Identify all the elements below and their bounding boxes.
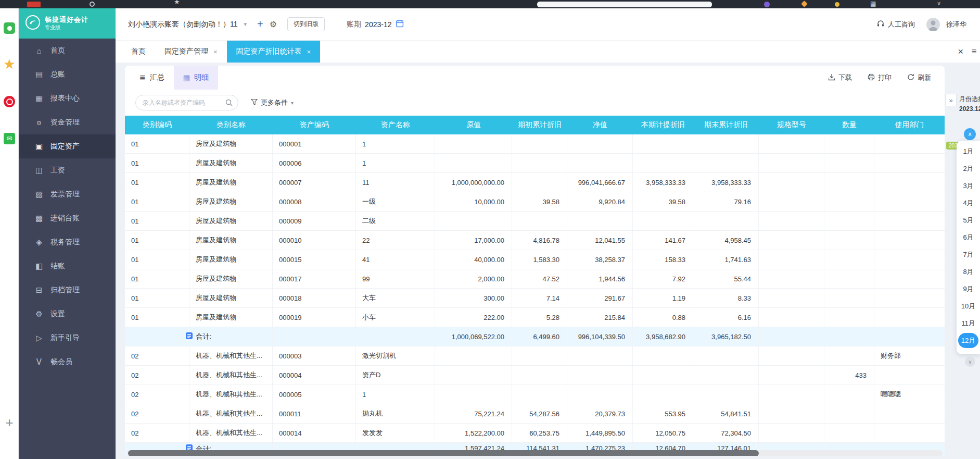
table-row[interactable]: 01房屋及建筑物000018大车300.007.14291.671.198.33 <box>125 289 945 308</box>
tab-固定资产折旧统计表[interactable]: 固定资产折旧统计表× <box>227 41 321 63</box>
favorites-star-icon[interactable]: ★ <box>4 58 15 70</box>
table-row[interactable]: 01房屋及建筑物000009二级 <box>125 212 945 231</box>
sidebar-item-member[interactable]: Ⅴ畅会员 <box>19 350 116 374</box>
cell-原值: 10,000.00 <box>435 192 512 211</box>
table-row[interactable]: 01房屋及建筑物0000154140,000.001,583.3038,258.… <box>125 250 945 269</box>
sidebar-item-payroll[interactable]: ◫工资 <box>19 158 116 182</box>
green-app-icon[interactable] <box>4 22 15 34</box>
cell-净值: 996,104,339.50 <box>567 327 633 346</box>
close-icon[interactable]: × <box>307 48 311 56</box>
table-row[interactable]: 02机器、机械和其他生...000003激光切割机财务部 <box>125 346 945 366</box>
cell-净值: 9,920.84 <box>567 192 633 211</box>
sidebar-item-funds[interactable]: ¤资金管理 <box>19 110 116 134</box>
sidebar-item-settings[interactable]: ⚙设置 <box>19 302 116 326</box>
cell-使用部门 <box>874 212 945 230</box>
cell-原值 <box>435 366 512 384</box>
avatar[interactable] <box>926 18 940 31</box>
bookmark-star-icon[interactable]: ★ <box>174 0 180 6</box>
table-row[interactable]: 01房屋及建筑物000008一级10,000.0039.589,920.8439… <box>125 192 945 212</box>
month-4月[interactable]: 4月 <box>957 194 980 212</box>
month-8月[interactable]: 8月 <box>957 263 980 280</box>
more-filters-button[interactable]: 更多条件 ▾ <box>251 98 294 107</box>
table-row[interactable]: 01房屋及建筑物0000061 <box>125 154 945 173</box>
account-name[interactable]: 刘小艳演示账套（勿删勿动！）11 <box>128 20 238 29</box>
sidebar: 畅捷通好会计 专业版 ⌂首页▤总账▦报表中心¤资金管理▣固定资产◫工资▨发票管理… <box>19 8 116 459</box>
sidebar-item-report-center[interactable]: ▦报表中心 <box>19 86 116 110</box>
sidebar-item-purchase-sales[interactable]: ▩进销台账 <box>19 206 116 230</box>
sidebar-item-guide[interactable]: ▷新手引导 <box>19 326 116 350</box>
cell-数量: 433 <box>824 366 874 384</box>
table-row[interactable]: 01房屋及建筑物000017992,000.0047.521,944.567.9… <box>125 269 945 289</box>
table-row[interactable]: 01房屋及建筑物000019小车222.005.28215.840.886.16 <box>125 308 945 327</box>
sidebar-item-general-ledger[interactable]: ▤总账 <box>19 63 116 86</box>
sidebar-item-archive[interactable]: ⊟归档管理 <box>19 278 116 302</box>
table-row[interactable]: 02机器、机械和其他生...000011抛丸机75,221.2454,287.5… <box>125 404 945 424</box>
apps-grid-icon[interactable]: ▦ <box>870 0 876 7</box>
sidebar-item-tax[interactable]: ◈税务管理 <box>19 230 116 254</box>
search-input[interactable] <box>143 99 222 106</box>
print-button[interactable]: 打印 <box>868 73 892 82</box>
table-row[interactable]: 01房屋及建筑物000007111,000,000,000.00996,041,… <box>125 173 945 192</box>
subtab-detail[interactable]: ▦明细 <box>174 66 218 90</box>
subtab-summary[interactable]: ≣汇总 <box>130 66 174 90</box>
add-account-button[interactable]: + <box>257 18 263 30</box>
horizontal-scrollbar-thumb[interactable] <box>128 450 759 456</box>
month-7月[interactable]: 7月 <box>957 246 980 263</box>
close-icon[interactable]: × <box>213 48 218 56</box>
switch-old-version-button[interactable]: 切到旧版 <box>287 17 325 31</box>
table-row[interactable]: 02机器、机械和其他生...0000051嗯嗯嗯 <box>125 385 945 404</box>
cell-资产编码: 000009 <box>273 212 356 230</box>
cell-资产编码: 000014 <box>273 424 356 442</box>
sidebar-item-fixed-assets[interactable]: ▣固定资产 <box>19 134 116 158</box>
mail-icon[interactable]: ✉ <box>4 133 15 144</box>
ring-icon[interactable] <box>90 2 95 7</box>
month-12月[interactable]: 12月 <box>958 333 978 348</box>
expand-panel-icon[interactable]: » <box>945 94 957 106</box>
user-name[interactable]: 徐泽华 <box>946 20 966 29</box>
month-9月[interactable]: 9月 <box>957 280 980 297</box>
month-3月[interactable]: 3月 <box>957 177 980 194</box>
month-10月[interactable]: 10月 <box>957 297 980 315</box>
horizontal-scrollbar-track[interactable] <box>127 450 943 456</box>
tab-menu-icon[interactable]: ≡ <box>972 47 977 56</box>
weibo-icon[interactable] <box>4 96 15 107</box>
table-row[interactable]: 01房屋及建筑物0000011 <box>125 134 945 154</box>
tab-固定资产管理[interactable]: 固定资产管理× <box>155 41 227 63</box>
tab-red-icon[interactable] <box>27 2 41 7</box>
chevron-down-icon[interactable]: ▾ <box>244 21 247 28</box>
subtotal-row[interactable]: 合计:1,000,069,522.006,499.60996,104,339.5… <box>125 327 945 346</box>
support-link[interactable]: 人工咨询 <box>876 19 915 29</box>
cell-净值 <box>567 346 633 365</box>
close-icon[interactable]: × <box>958 46 963 57</box>
table-row[interactable]: 01房屋及建筑物0000102217,000.004,816.7812,041.… <box>125 231 945 250</box>
cell-类别名称: 房屋及建筑物 <box>189 192 273 211</box>
calendar-icon[interactable] <box>396 19 404 30</box>
cell-类别名称: 房屋及建筑物 <box>189 173 273 192</box>
tab-首页[interactable]: 首页 <box>122 41 155 63</box>
month-1月[interactable]: 1月 <box>957 143 980 160</box>
sidebar-item-closing[interactable]: ◧结账 <box>19 254 116 278</box>
refresh-button[interactable]: 刷新 <box>907 73 931 82</box>
download-button[interactable]: 下载 <box>828 73 852 82</box>
month-6月[interactable]: 6月 <box>957 229 980 246</box>
cell-类别名称: 房屋及建筑物 <box>189 289 273 307</box>
profile-dot-icon[interactable] <box>764 2 770 7</box>
table-row[interactable]: 02机器、机械和其他生...000014发发发1,522,200.0060,25… <box>125 424 945 443</box>
rewards-diamond-icon[interactable] <box>801 1 808 7</box>
month-5月[interactable]: 5月 <box>957 212 980 229</box>
sidebar-item-invoice[interactable]: ▨发票管理 <box>19 182 116 206</box>
scroll-down-icon[interactable]: ∨ <box>965 356 975 367</box>
month-11月[interactable]: 11月 <box>957 315 980 332</box>
search-icon[interactable] <box>225 99 233 108</box>
table-row[interactable]: 02机器、机械和其他生...000004资产D433 <box>125 366 945 385</box>
sidebar-item-home[interactable]: ⌂首页 <box>19 39 116 63</box>
url-bar[interactable] <box>537 2 712 7</box>
cell-净值: 38,258.37 <box>567 250 633 269</box>
key-dot-icon[interactable] <box>835 2 839 7</box>
chevron-down-icon[interactable]: ∨ <box>937 0 941 7</box>
add-icon[interactable]: + <box>4 417 15 428</box>
scroll-up-icon[interactable]: ∧ <box>964 128 976 140</box>
period-value[interactable]: 2023-12 <box>365 20 391 29</box>
month-2月[interactable]: 2月 <box>957 160 980 177</box>
gear-icon[interactable]: ⚙ <box>270 19 277 29</box>
